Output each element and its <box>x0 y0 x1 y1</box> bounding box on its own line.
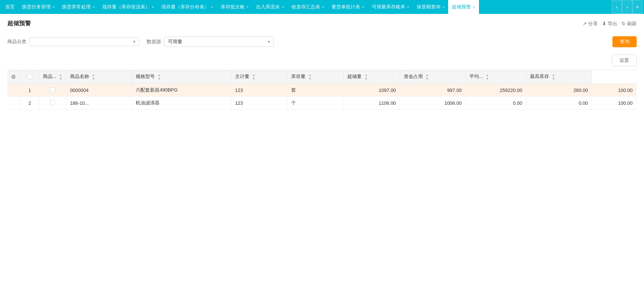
col-header-gear: ⚙ <box>7 70 21 84</box>
share-button[interactable]: ↗ 分享 <box>583 21 598 27</box>
datasource-label: 数据源 <box>147 38 161 45</box>
nav-item-stock-status-close[interactable]: × <box>152 5 154 9</box>
export-button[interactable]: ⬇ 导出 <box>602 21 617 27</box>
chevron-down-icon: ▾ <box>133 39 135 44</box>
row-spec-0: 123 <box>231 84 287 97</box>
filter-actions: 查询 <box>612 36 637 47</box>
nav-item-requisition-close[interactable]: × <box>362 5 364 9</box>
page-title: 超储预警 <box>7 20 31 27</box>
nav-item-exception[interactable]: 拣货异常处理 × <box>58 0 98 14</box>
nav-prev-arrow[interactable]: ‹ <box>612 0 622 14</box>
share-icon: ↗ <box>583 21 587 26</box>
data-table: ⚙ 商品... ▲▼ 商品名称 ▲▼ 规格型号 ▲▼ 主计 <box>7 70 637 110</box>
nav-item-task-close[interactable]: × <box>52 5 55 9</box>
table-header-row: ⚙ 商品... ▲▼ 商品名称 ▲▼ 规格型号 ▲▼ 主计 <box>7 70 637 84</box>
nav-arrows: ‹ › × <box>612 0 643 14</box>
row-index-0: 1 <box>21 84 39 97</box>
nav-item-flow[interactable]: 出入库流水 × <box>252 0 288 14</box>
nav-item-available[interactable]: 可用量库存账本 × <box>368 0 413 14</box>
datasource-select[interactable]: 可用量 ▾ <box>164 37 274 47</box>
col-header-avg[interactable]: 平均... ▲▼ <box>465 70 526 84</box>
export-label: 导出 <box>608 21 617 27</box>
nav-bar: 首页 拣货任务管理 × 拣货异常处理 × 现存量（库存状况表） × 现存量（库存… <box>0 0 644 14</box>
nav-item-summary-close[interactable]: × <box>322 5 324 9</box>
row-avg-0: 260.00 <box>526 84 592 97</box>
sort-icon-avg: ▲▼ <box>486 73 489 81</box>
table-row: 1 0000004 六配套新昌490BPG 123 套 1097.00 997.… <box>7 84 637 97</box>
nav-next-arrow[interactable]: › <box>622 0 632 14</box>
nav-item-requisition[interactable]: 要货单统计表 × <box>328 0 368 14</box>
col-header-max-stock[interactable]: 最高库存 ▲▼ <box>526 70 592 84</box>
col-header-capital[interactable]: 资金占用 ▲▼ <box>400 70 465 84</box>
row-stock-1: 1106.00 <box>344 97 400 110</box>
settings-gear-icon[interactable]: ⚙ <box>11 74 16 80</box>
col-header-spec[interactable]: 规格型号 ▲▼ <box>132 70 231 84</box>
nav-item-exception-close[interactable]: × <box>92 5 95 9</box>
nav-item-overstock-close[interactable]: × <box>473 5 475 9</box>
row-product-code-1: 186-10... <box>66 97 132 110</box>
share-label: 分享 <box>588 21 598 27</box>
datasource-filter-group: 数据源 可用量 ▾ <box>147 37 274 47</box>
nav-item-stock-dist-close[interactable]: × <box>211 5 213 9</box>
nav-item-exception-label: 拣货异常处理 <box>62 4 91 10</box>
category-label: 商品分类 <box>7 38 26 45</box>
row-max-stock-0: 100.00 <box>592 84 637 97</box>
nav-item-batch[interactable]: 库存批次账 × <box>217 0 252 14</box>
nav-item-batch-label: 库存批次账 <box>221 4 245 10</box>
nav-item-expiry[interactable]: 保质期查询 × <box>413 0 448 14</box>
query-button[interactable]: 查询 <box>612 36 637 47</box>
refresh-button[interactable]: ↻ 刷新 <box>622 21 637 27</box>
sort-icon-spec: ▲▼ <box>158 73 161 81</box>
nav-item-stock-dist[interactable]: 现存量（库存分布表） × <box>158 0 217 14</box>
sort-icon-product-code: ▲▼ <box>59 73 62 81</box>
category-select[interactable]: ▾ <box>29 37 139 46</box>
sort-icon-capital: ▲▼ <box>425 73 429 81</box>
row-avg-1: 0.00 <box>526 97 592 110</box>
nav-item-task[interactable]: 拣货任务管理 × <box>18 0 58 14</box>
export-icon: ⬇ <box>602 21 606 26</box>
sort-icon-product-name: ▲▼ <box>92 73 95 81</box>
nav-item-summary[interactable]: 收发存汇总表 × <box>288 0 328 14</box>
settings-button[interactable]: 设置 <box>612 55 637 66</box>
nav-item-summary-label: 收发存汇总表 <box>292 4 320 10</box>
row-capital-0: 259220.00 <box>465 84 526 97</box>
row-unit-0: 套 <box>288 84 344 97</box>
row-checkbox-1[interactable] <box>39 97 66 110</box>
refresh-icon: ↻ <box>622 21 626 26</box>
sort-icon-overflow: ▲▼ <box>365 73 368 81</box>
col-header-product-code[interactable]: 商品... ▲▼ <box>39 70 66 84</box>
nav-item-expiry-close[interactable]: × <box>442 5 444 9</box>
sort-icon-stock: ▲▼ <box>308 73 312 81</box>
row-max-stock-1: 100.00 <box>592 97 637 110</box>
nav-item-batch-close[interactable]: × <box>246 5 249 9</box>
col-header-product-name[interactable]: 商品名称 ▲▼ <box>66 70 132 84</box>
nav-item-overstock[interactable]: 超储预警 × <box>448 0 479 14</box>
row-gear-0 <box>7 84 21 97</box>
row-unit-1: 个 <box>288 97 344 110</box>
row-overflow-0: 997.00 <box>400 84 465 97</box>
page-header: 超储预警 ↗ 分享 ⬇ 导出 ↻ 刷新 <box>7 20 637 27</box>
page-actions: ↗ 分享 ⬇ 导出 ↻ 刷新 <box>583 21 637 27</box>
nav-item-home-label: 首页 <box>5 4 15 10</box>
nav-item-stock-status[interactable]: 现存量（库存状况表） × <box>99 0 158 14</box>
datasource-select-value: 可用量 <box>168 38 182 45</box>
row-gear-1 <box>7 97 21 110</box>
nav-item-available-close[interactable]: × <box>407 5 409 9</box>
col-header-overflow[interactable]: 超储量 ▲▼ <box>344 70 400 84</box>
nav-item-available-label: 可用量库存账本 <box>372 4 405 10</box>
filter-row: 商品分类 ▾ 数据源 可用量 ▾ 查询 <box>7 33 637 50</box>
nav-close-all-arrow[interactable]: × <box>632 0 643 14</box>
row-product-name-0: 六配套新昌490BPG <box>132 84 231 97</box>
col-header-unit[interactable]: 主计量 ▲▼ <box>231 70 287 84</box>
category-filter-group: 商品分类 ▾ <box>7 37 139 46</box>
select-all-checkbox[interactable] <box>27 74 32 79</box>
nav-item-flow-close[interactable]: × <box>282 5 284 9</box>
main-content: 超储预警 ↗ 分享 ⬇ 导出 ↻ 刷新 商品分类 ▾ 数据源 <box>0 14 644 293</box>
nav-item-expiry-label: 保质期查询 <box>417 4 440 10</box>
row-index-1: 2 <box>21 97 39 110</box>
nav-item-task-label: 拣货任务管理 <box>22 4 51 10</box>
row-checkbox-0[interactable] <box>39 84 66 97</box>
col-header-stock[interactable]: 库存量 ▲▼ <box>288 70 344 84</box>
row-capital-1: 0.00 <box>465 97 526 110</box>
nav-item-home[interactable]: 首页 <box>1 0 18 14</box>
